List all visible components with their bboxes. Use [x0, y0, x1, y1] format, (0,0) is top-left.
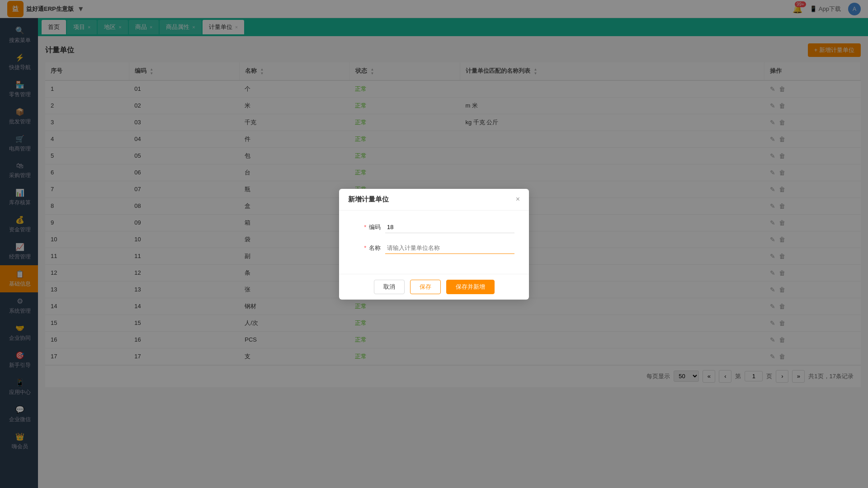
- modal-title: 新增计量单位: [348, 195, 389, 204]
- save-button[interactable]: 保存: [410, 280, 441, 294]
- name-label: * 名称: [354, 244, 381, 252]
- modal-close-button[interactable]: ×: [516, 195, 520, 203]
- name-label-text: 名称: [369, 244, 381, 251]
- modal-header: 新增计量单位 ×: [339, 189, 529, 211]
- code-input[interactable]: [385, 221, 514, 233]
- name-required: *: [364, 244, 366, 251]
- code-label: * 编码: [354, 223, 381, 231]
- code-label-text: 编码: [369, 224, 381, 230]
- form-row-code: * 编码: [354, 221, 514, 233]
- form-row-name: * 名称: [354, 242, 514, 254]
- modal-overlay: 新增计量单位 × * 编码 * 名称: [0, 0, 868, 488]
- modal-body: * 编码 * 名称: [339, 211, 529, 274]
- name-input[interactable]: [385, 242, 514, 254]
- save-new-button[interactable]: 保存并新增: [446, 280, 495, 294]
- cancel-button[interactable]: 取消: [374, 280, 405, 294]
- modal-footer: 取消 保存 保存并新增: [339, 274, 529, 300]
- add-unit-modal: 新增计量单位 × * 编码 * 名称: [339, 189, 529, 300]
- code-required: *: [364, 224, 366, 230]
